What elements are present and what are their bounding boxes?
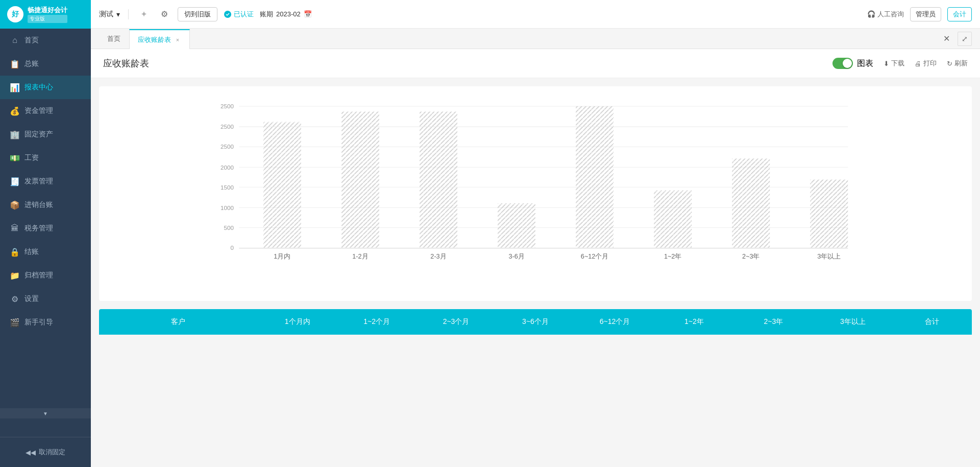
download-btn[interactable]: ⬇ 下载 <box>884 59 904 68</box>
sidebar-label-close: 结账 <box>24 247 39 256</box>
ledger-icon: 📋 <box>10 59 19 68</box>
sidebar-label-payroll: 工资 <box>24 153 39 162</box>
sidebar-item-tax[interactable]: 🏛 税务管理 <box>0 217 91 240</box>
sidebar-item-payroll[interactable]: 💵 工资 <box>0 146 91 170</box>
close-btn[interactable]: ✕ <box>939 32 953 46</box>
svg-text:2500: 2500 <box>220 103 234 109</box>
sidebar-item-newbie[interactable]: 🎬 新手引导 <box>0 311 91 334</box>
sidebar-item-close[interactable]: 🔒 结账 <box>0 240 91 264</box>
page-content: 应收账龄表 图表 ⬇ 下载 🖨 打印 <box>91 49 980 467</box>
tab-bar-right: ✕ ⤢ <box>939 32 972 46</box>
certified-badge: 已认证 <box>224 10 254 19</box>
svg-text:1~2年: 1~2年 <box>664 253 681 260</box>
table-header-6~12个月: 6~12个月 <box>575 309 654 335</box>
sidebar-item-settings[interactable]: ⚙ 设置 <box>0 287 91 311</box>
settings-icon: ⚙ <box>10 294 19 303</box>
headset-icon: 🎧 <box>867 10 875 18</box>
sidebar-item-reports[interactable]: 📊 报表中心 <box>0 76 91 99</box>
logo-badge: 专业版 <box>28 15 67 23</box>
tab-aging[interactable]: 应收账龄表 × <box>129 29 190 50</box>
settings-btn[interactable]: ⚙ <box>157 7 172 21</box>
bar-3 <box>420 112 457 248</box>
bar-2 <box>341 112 379 248</box>
refresh-btn[interactable]: ↻ 刷新 <box>947 59 968 68</box>
bar-6 <box>654 191 692 248</box>
table-header-客户: 客户 <box>99 309 258 335</box>
home-icon: ⌂ <box>10 36 19 45</box>
pin-icon: ◀◀ <box>26 449 36 456</box>
table-header-1~2年: 1~2年 <box>654 309 733 335</box>
certified-icon <box>224 10 232 18</box>
sidebar-item-archive[interactable]: 📁 归档管理 <box>0 264 91 287</box>
print-btn[interactable]: 🖨 打印 <box>915 59 937 68</box>
table-header-2~3年: 2~3年 <box>734 309 813 335</box>
bar-1 <box>263 122 301 248</box>
topbar: 测试 ▾ ＋ ⚙ 切到旧版 已认证 账期 2023-02 📅 🎧 人工咨询 管理… <box>91 0 980 29</box>
sidebar-label-invoice: 发票管理 <box>24 177 53 186</box>
table-header-合计: 合计 <box>893 309 972 335</box>
bar-7 <box>732 158 770 248</box>
sidebar-item-invoice[interactable]: 🧾 发票管理 <box>0 170 91 193</box>
sidebar-label-funds: 资金管理 <box>24 106 53 115</box>
download-icon: ⬇ <box>884 60 889 67</box>
sidebar-item-home[interactable]: ⌂ 首页 <box>0 29 91 52</box>
svg-text:2500: 2500 <box>220 123 234 130</box>
sidebar-label-assets: 固定资产 <box>24 130 53 139</box>
sidebar-nav: ⌂ 首页 📋 总账 📊 报表中心 💰 资金管理 🏢 固定资产 💵 工资 🧾 发票… <box>0 29 91 437</box>
bar-4 <box>498 203 535 248</box>
add-btn[interactable]: ＋ <box>137 7 151 21</box>
print-icon: 🖨 <box>915 60 921 67</box>
bar-5 <box>576 106 614 248</box>
toggle-knob <box>843 59 852 68</box>
project-selector[interactable]: 测试 ▾ <box>99 10 120 19</box>
tab-close-aging[interactable]: × <box>174 36 181 43</box>
bar-chart: 2500 2500 2500 2000 1500 1000 500 0 <box>114 97 957 291</box>
calendar-icon[interactable]: 📅 <box>304 10 312 18</box>
bar-8 <box>810 180 848 248</box>
svg-text:2500: 2500 <box>220 143 234 150</box>
consult-btn[interactable]: 🎧 人工咨询 <box>867 10 904 19</box>
sidebar-label-inventory: 进销台账 <box>24 200 53 209</box>
sidebar-logo: 好 畅捷通好会计 专业版 <box>0 0 91 29</box>
cancel-fixed-btn[interactable]: ◀◀ 取消固定 <box>0 442 91 462</box>
sidebar-label-home: 首页 <box>24 36 39 45</box>
svg-text:1500: 1500 <box>220 184 234 191</box>
role-btn[interactable]: 会计 <box>947 7 972 21</box>
sidebar-item-inventory[interactable]: 📦 进销台账 <box>0 193 91 217</box>
table-header-2~3个月: 2~3个月 <box>416 309 496 335</box>
project-dropdown-icon: ▾ <box>116 10 120 18</box>
sidebar-item-ledger[interactable]: 📋 总账 <box>0 52 91 76</box>
table-header-3~6个月: 3~6个月 <box>496 309 575 335</box>
switch-version-btn[interactable]: 切到旧版 <box>178 7 217 21</box>
svg-text:0: 0 <box>230 244 233 251</box>
svg-text:2000: 2000 <box>220 164 234 171</box>
sidebar-item-assets[interactable]: 🏢 固定资产 <box>0 123 91 146</box>
table-header: 客户1个月内1~2个月2~3个月3~6个月6~12个月1~2年2~3年3年以上合… <box>99 309 972 335</box>
table-header-1个月内: 1个月内 <box>258 309 337 335</box>
scroll-down-btn[interactable]: ▼ <box>0 408 91 418</box>
main-area: 测试 ▾ ＋ ⚙ 切到旧版 已认证 账期 2023-02 📅 🎧 人工咨询 管理… <box>91 0 980 467</box>
topbar-divider-1 <box>128 9 129 19</box>
logo-icon: 好 <box>7 6 23 22</box>
sidebar-item-funds[interactable]: 💰 资金管理 <box>0 99 91 123</box>
project-name: 测试 <box>99 10 113 19</box>
refresh-icon: ↻ <box>947 60 952 67</box>
sidebar-label-archive: 归档管理 <box>24 271 53 280</box>
svg-text:2-3月: 2-3月 <box>430 253 446 260</box>
sidebar: 好 畅捷通好会计 专业版 ⌂ 首页 📋 总账 📊 报表中心 💰 资金管理 🏢 固… <box>0 0 91 467</box>
inventory-icon: 📦 <box>10 200 19 209</box>
topbar-right: 🎧 人工咨询 管理员 会计 <box>867 7 972 21</box>
chart-area: 2500 2500 2500 2000 1500 1000 500 0 <box>99 86 972 301</box>
user-btn[interactable]: 管理员 <box>910 7 941 21</box>
sidebar-label-newbie: 新手引导 <box>24 318 53 327</box>
svg-text:500: 500 <box>224 224 234 231</box>
payroll-icon: 💵 <box>10 153 19 162</box>
svg-text:3年以上: 3年以上 <box>817 253 841 260</box>
expand-btn[interactable]: ⤢ <box>958 32 972 46</box>
logo-title: 畅捷通好会计 <box>28 6 67 15</box>
chart-toggle[interactable] <box>832 58 853 69</box>
close-icon: 🔒 <box>10 247 19 256</box>
svg-text:2~3年: 2~3年 <box>742 253 760 260</box>
reports-icon: 📊 <box>10 83 19 92</box>
tab-home[interactable]: 首页 <box>99 29 129 49</box>
